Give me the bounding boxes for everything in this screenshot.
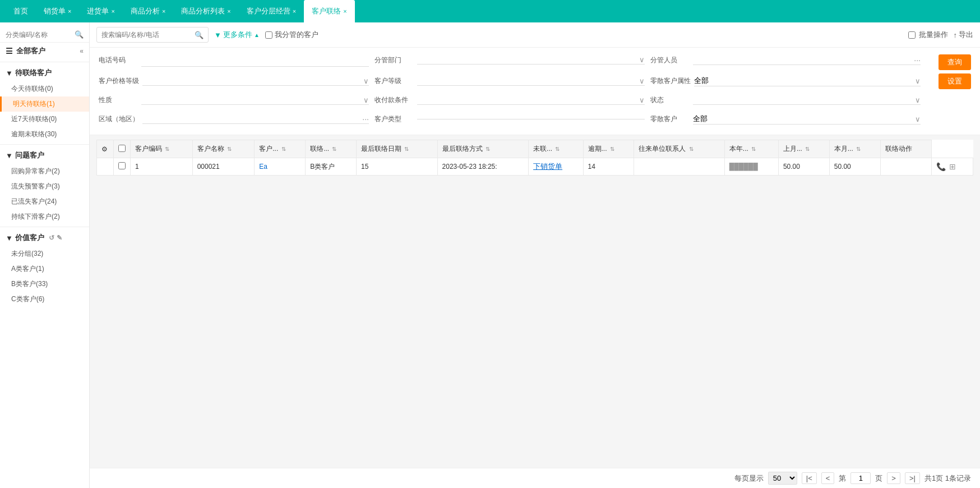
select-all-checkbox[interactable] <box>118 145 126 152</box>
value-refresh-icon[interactable]: ↺ <box>49 234 54 242</box>
col-last-method[interactable]: 最后联络方式 ⇅ <box>437 140 529 158</box>
region-dots[interactable]: ··· <box>362 114 369 123</box>
filter-row-1: 电话号码 分管部门 ∨ 分管人员 <box>99 53 926 67</box>
nav-product-analysis-close[interactable]: × <box>162 8 165 15</box>
sidebar-item-tomorrow[interactable]: 明天待联络(1) <box>0 96 89 112</box>
status-chevron[interactable]: ∨ <box>915 96 921 104</box>
col-action: 联络动作 <box>880 140 932 158</box>
nav-purchase[interactable]: 进货单 × <box>79 0 122 22</box>
first-page-btn[interactable]: |< <box>802 472 817 484</box>
phone-action-icon[interactable]: 📞 <box>936 162 946 171</box>
col-last-month[interactable]: 上月... ⇅ <box>778 140 829 158</box>
cg-chevron[interactable]: ∨ <box>639 77 645 85</box>
search-icon[interactable]: 🔍 <box>195 31 204 39</box>
sidebar-item-declining[interactable]: 持续下滑客户(2) <box>0 209 89 224</box>
batch-checkbox[interactable] <box>908 31 916 39</box>
nav-sales-close[interactable]: × <box>68 8 71 15</box>
filter-status: 状态 ∨ <box>650 95 926 105</box>
manager-dots[interactable]: ··· <box>914 56 921 65</box>
nav-purchase-close[interactable]: × <box>111 8 114 15</box>
cv-chevron[interactable]: ∨ <box>363 77 369 85</box>
dept-chevron[interactable]: ∨ <box>639 56 645 64</box>
row-last-method[interactable]: 下销货单 <box>529 158 583 176</box>
row-action: 📞 ⊞ <box>932 158 973 176</box>
col-code[interactable]: 客户编码 ⇅ <box>131 140 193 158</box>
nav-contact-close[interactable]: × <box>343 8 346 15</box>
group-title-pending[interactable]: ▼ 待联络客户 <box>0 65 89 81</box>
filter-dept: 分管部门 ∨ <box>375 56 650 65</box>
sidebar-search-input[interactable] <box>6 31 75 39</box>
col-last-date[interactable]: 最后联络日期 ⇅ <box>357 140 438 158</box>
search-input[interactable] <box>101 31 195 39</box>
all-customers[interactable]: ☰ 全部客户 « <box>0 43 89 59</box>
next-page-btn[interactable]: > <box>887 472 900 484</box>
value-edit-icon[interactable]: ✎ <box>57 234 62 242</box>
row-select-checkbox[interactable] <box>118 162 126 169</box>
rc-chevron[interactable]: ∨ <box>915 115 921 123</box>
sidebar-item-today[interactable]: 今天待联络(0) <box>0 81 89 96</box>
nav-product-list-close[interactable]: × <box>227 8 230 15</box>
total-records: 共1页 1条记录 <box>924 473 971 484</box>
export-btn[interactable]: ↑ 导出 <box>954 30 974 40</box>
col-this-month[interactable]: 本月... ⇅ <box>829 140 880 158</box>
prev-page-btn[interactable]: < <box>821 472 835 484</box>
col-checkbox[interactable] <box>114 140 131 158</box>
nav-tier-close[interactable]: × <box>293 8 296 15</box>
sidebar-search-icon[interactable]: 🔍 <box>75 30 84 39</box>
chevron-problem: ▼ <box>6 151 13 160</box>
nav-sales[interactable]: 销货单 × <box>36 0 79 22</box>
customer-type-label: 客户类型 <box>375 114 414 124</box>
nav-customer-contact[interactable]: 客户联络 × <box>304 0 354 22</box>
sidebar-item-class-b[interactable]: B类客户(33) <box>0 277 89 292</box>
divider-3 <box>0 227 89 227</box>
batch-op-btn[interactable]: 批量操作 <box>908 30 948 40</box>
my-customers-checkbox-label[interactable]: 我分管的客户 <box>265 30 318 40</box>
filter-actions: 查询 设置 <box>932 53 971 129</box>
per-page-select[interactable]: 50 100 200 <box>768 472 797 485</box>
col-contact[interactable]: 联络... ⇅ <box>306 140 357 158</box>
sidebar-item-overdue[interactable]: 逾期未联络(30) <box>0 127 89 142</box>
grid-action-icon[interactable]: ⊞ <box>949 162 956 171</box>
sidebar-item-ungrouped[interactable]: 未分组(32) <box>0 246 89 261</box>
group-title-value[interactable]: ▼ 价值客户 ↺ ✎ <box>0 229 89 246</box>
col-contact-person[interactable]: 往来单位联系人 ⇅ <box>634 140 724 158</box>
nav-product-analysis-list[interactable]: 商品分析列表 × <box>173 0 238 22</box>
col-uncontacted[interactable]: 未联... ⇅ <box>529 140 583 158</box>
col-name[interactable]: 客户名称 ⇅ <box>192 140 255 158</box>
nav-home[interactable]: 首页 <box>6 0 36 22</box>
sidebar-item-churned[interactable]: 已流失客户(24) <box>0 194 89 209</box>
query-btn[interactable]: 查询 <box>939 54 971 70</box>
group-title-problem[interactable]: ▼ 问题客户 <box>0 147 89 164</box>
col-overdue[interactable]: 逾期... ⇅ <box>583 140 634 158</box>
gender-chevron[interactable]: ∨ <box>363 96 369 104</box>
payment-chevron[interactable]: ∨ <box>639 96 645 104</box>
settings-btn[interactable]: 设置 <box>939 73 971 89</box>
col-type[interactable]: 客户... ⇅ <box>255 140 306 158</box>
last-page-btn[interactable]: >| <box>905 472 920 484</box>
retail-attr-label: 零散客户属性 <box>650 76 691 86</box>
sidebar-item-class-a[interactable]: A类客户(1) <box>0 261 89 277</box>
phone-input[interactable] <box>141 53 369 67</box>
row-checkbox[interactable] <box>114 158 131 176</box>
ra-chevron[interactable]: ∨ <box>915 77 921 85</box>
last-method-link[interactable]: 下销货单 <box>533 162 562 171</box>
more-filters-btn[interactable]: ▼ 更多条件 ▲ <box>214 30 260 40</box>
sort-this-year: ⇅ <box>751 146 756 152</box>
col-settings[interactable]: ⚙ <box>97 140 114 158</box>
my-customers-checkbox[interactable] <box>265 31 272 39</box>
sidebar-item-churn-warning[interactable]: 流失预警客户(3) <box>0 179 89 194</box>
nav-product-analysis[interactable]: 商品分析 × <box>123 0 173 22</box>
row-last-month: 50.00 <box>829 158 880 176</box>
sidebar-item-class-c[interactable]: C类客户(6) <box>0 292 89 307</box>
nav-customer-tier[interactable]: 客户分层经营 × <box>239 0 304 22</box>
row-last-date: 2023-05-23 18:25: <box>437 158 529 176</box>
sidebar-item-repurchase[interactable]: 回购异常客户(2) <box>0 164 89 179</box>
row-name[interactable]: Ea <box>255 158 306 176</box>
page-number-input[interactable] <box>850 472 871 484</box>
region-label: 区域（地区） <box>99 114 139 124</box>
sidebar-item-7days[interactable]: 近7天待联络(0) <box>0 112 89 127</box>
retail-attr-val: 全部 <box>694 76 915 86</box>
collapse-all-icon[interactable]: « <box>80 47 84 55</box>
col-this-year[interactable]: 本年... ⇅ <box>724 140 778 158</box>
sort-last-month: ⇅ <box>805 146 810 152</box>
